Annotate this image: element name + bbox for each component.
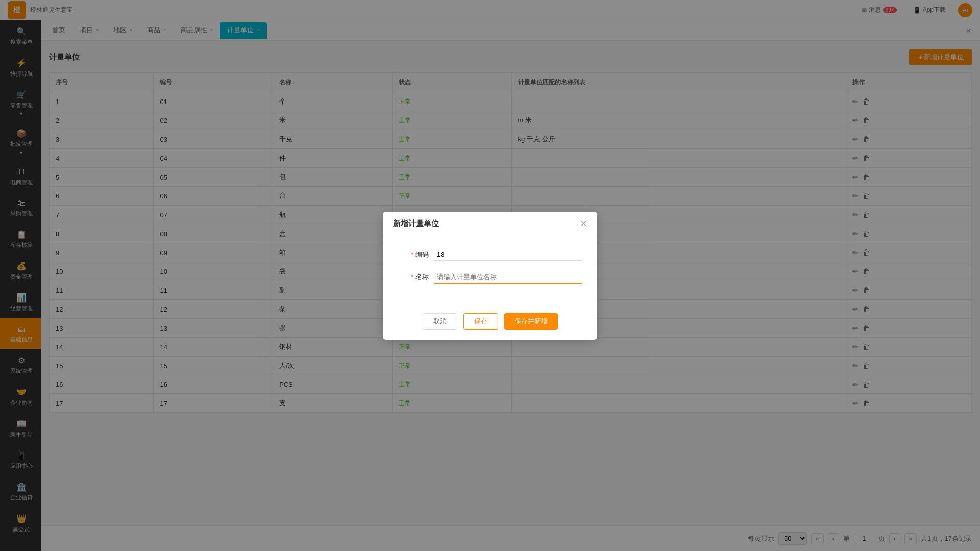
save-new-button[interactable]: 保存并新增 bbox=[504, 313, 558, 330]
modal-title: 新增计量单位 bbox=[393, 219, 439, 229]
modal-footer: 取消 保存 保存并新增 bbox=[383, 306, 597, 340]
modal-overlay: 新增计量单位 ✕ 编码 名称 取消 保存 保存并新增 bbox=[0, 0, 980, 551]
modal-close-button[interactable]: ✕ bbox=[580, 219, 587, 229]
cancel-button[interactable]: 取消 bbox=[423, 313, 457, 330]
modal-body: 编码 名称 bbox=[383, 236, 597, 306]
form-row-name: 名称 bbox=[398, 271, 582, 284]
modal-header: 新增计量单位 ✕ bbox=[383, 212, 597, 236]
name-label: 名称 bbox=[398, 272, 429, 282]
form-row-code: 编码 bbox=[398, 248, 582, 261]
code-label: 编码 bbox=[398, 250, 429, 259]
code-input[interactable] bbox=[434, 248, 582, 261]
name-input[interactable] bbox=[434, 271, 582, 284]
add-unit-modal: 新增计量单位 ✕ 编码 名称 取消 保存 保存并新增 bbox=[383, 212, 597, 340]
save-button[interactable]: 保存 bbox=[463, 313, 498, 330]
